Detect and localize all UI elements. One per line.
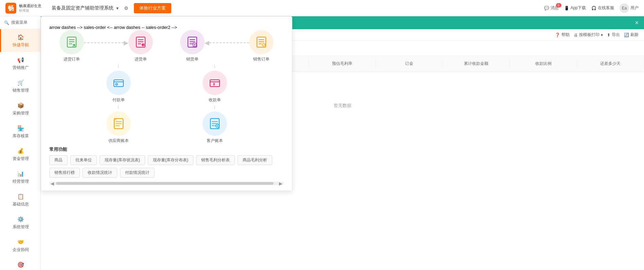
arrow-po-to-pr: ▶: [84, 39, 128, 53]
wf-circle-purchase-receipt: ✓: [128, 30, 153, 54]
search-icon: 🔍: [4, 20, 9, 25]
sales-icon: 🛒: [17, 79, 24, 86]
enterprise-icon: 🤝: [17, 238, 24, 246]
user-avatar-item[interactable]: Ea 用户: [620, 3, 639, 13]
wf-node-purchase-receipt[interactable]: ✓ 进货单: [128, 30, 153, 62]
sidebar-search[interactable]: 🔍 搜索菜单: [0, 16, 40, 29]
operations-icon: 📊: [17, 170, 24, 177]
svg-text:¥: ¥: [213, 83, 215, 86]
headset-icon: 🎧: [591, 6, 596, 11]
sidebar-item-enterprise[interactable]: 🤝 企业协同: [0, 234, 40, 257]
beginner-icon: 🎯: [17, 261, 24, 268]
sidebar-item-sales[interactable]: 🛒 销售管理: [0, 75, 40, 97]
wf-label-receipt: 收款单: [209, 97, 221, 103]
avatar: Ea: [620, 3, 629, 13]
cf-btn-sales-profit[interactable]: 销售毛利分析表: [196, 155, 235, 165]
cf-buttons-row1: 商品 往来单位 现存量(库存状况表) 现存量(库存分布表) 销售毛利分析表 商品…: [49, 155, 284, 165]
cf-btn-goods[interactable]: 商品: [49, 155, 68, 165]
marketing-icon: 📢: [17, 56, 24, 64]
workflow-row1: 进货订单 ▶ ✓: [49, 30, 284, 62]
wf-node-payment[interactable]: ¥ 付款单: [106, 71, 131, 103]
customer-ledger-icon: [208, 117, 221, 130]
wf-circle-purchase-order: [59, 30, 84, 54]
top-header: 畅 畅康通好生意 标准版 装备及固定资产辅助管理系统 ▾ ⚙ 体验行业方案 💬 …: [0, 0, 644, 16]
wf-label-sales-order: 销货单: [186, 56, 198, 62]
wf-circle-sales-order: [180, 30, 205, 54]
cf-btn-inventory-dist[interactable]: 现存量(库存分布表): [148, 155, 193, 165]
svg-text:≡: ≡: [115, 118, 117, 121]
sidebar-item-finance[interactable]: 💰 资金管理: [0, 143, 40, 166]
scroll-left-arrow[interactable]: ◀: [49, 181, 55, 186]
sidebar-item-operations[interactable]: 📊 经营管理: [0, 166, 40, 188]
purchase-order-icon: [65, 36, 78, 49]
sidebar-item-inventory[interactable]: 🏪 库存核算: [0, 120, 40, 143]
logo-text: 畅康通好生意 标准版: [19, 3, 41, 13]
scroll-right-arrow[interactable]: ▶: [278, 181, 284, 186]
wf-node-sales-order[interactable]: 销货单: [180, 30, 205, 62]
app-download-item[interactable]: 📱 App下载: [564, 5, 586, 11]
wf-node-supplier-ledger[interactable]: ≡ 供应商账本: [106, 111, 131, 144]
cf-btn-sales-ranking[interactable]: 销售排行榜: [49, 168, 80, 178]
wf-label-purchase-receipt: 进货单: [135, 56, 147, 62]
wf-label-purchase-order: 进货订单: [64, 56, 80, 62]
cf-btn-inventory-status[interactable]: 现存量(库存状况表): [100, 155, 145, 165]
logo-area: 畅 畅康通好生意 标准版: [5, 3, 46, 14]
workflow-row3: ¥ 付款单 ¥ 收款单: [49, 71, 284, 103]
wf-node-receipt[interactable]: ¥ 收款单: [203, 71, 227, 103]
supplier-ledger-icon: ≡: [112, 117, 125, 130]
sales-order-icon: [186, 36, 199, 49]
sidebar-item-beginner[interactable]: 🎯 新手引导: [0, 257, 40, 270]
sidebar-item-marketing[interactable]: 📢 营销推广: [0, 52, 40, 75]
cf-btn-partners[interactable]: 往来单位: [70, 155, 97, 165]
quick-nav-icon: 🏠: [17, 33, 24, 41]
popup-overlay: arrow dashes --> sales-order <-- arrow d…: [41, 16, 644, 270]
system-title-area: 装备及固定资产辅助管理系统 ▾ ⚙ 体验行业方案: [52, 3, 544, 13]
sales-order2-icon: ⋯: [255, 36, 268, 49]
wf-circle-sales-order2: ⋯: [249, 30, 274, 54]
trial-button[interactable]: 体验行业方案: [134, 3, 171, 13]
phone-icon: 📱: [564, 6, 569, 11]
cf-btn-receipt-stats[interactable]: 收款情况统计: [83, 168, 117, 178]
sidebar-item-system[interactable]: ⚙️ 系统管理: [0, 211, 40, 234]
arrow-so2-to-so: ◀: [205, 39, 249, 53]
scroll-thumb[interactable]: [56, 182, 274, 185]
wf-circle-payment: ¥: [106, 71, 131, 95]
workflow-arrows-row2: ↓ ↓: [49, 62, 284, 69]
system-title-text: 装备及固定资产辅助管理系统: [52, 5, 114, 11]
header-right: 💬 消息 6 📱 App下载 🎧 在线客服 Ea 用户: [544, 3, 639, 13]
sidebar-item-quick-nav[interactable]: 🏠 快捷导航: [0, 29, 40, 52]
svg-text:✓: ✓: [142, 44, 144, 46]
wf-node-customer-ledger[interactable]: 客户账本: [203, 111, 227, 144]
cf-btn-goods-profit[interactable]: 商品毛利分析: [238, 155, 272, 165]
popup-scrollbar[interactable]: ◀ ▶: [49, 182, 284, 185]
inventory-icon: 🏪: [17, 124, 24, 132]
popup-box: arrow dashes --> sales-order <-- arrow d…: [41, 16, 292, 191]
system-dropdown-icon[interactable]: ▾: [116, 5, 119, 11]
sidebar-item-purchase[interactable]: 📦 采购管理: [0, 97, 40, 120]
wf-node-purchase-order[interactable]: 进货订单: [59, 30, 84, 62]
svg-text:⋯: ⋯: [263, 43, 266, 47]
settings-icon[interactable]: ⚙: [124, 5, 128, 11]
svg-rect-24: [114, 80, 123, 87]
wf-circle-customer-ledger: [203, 111, 227, 136]
sidebar-item-basic-info[interactable]: 📋 基础信息: [0, 188, 40, 211]
wf-label-sales-order2: 销售订单: [253, 56, 269, 62]
purchase-receipt-icon: ✓: [134, 36, 147, 49]
wf-label-customer-ledger: 客户账本: [207, 138, 223, 144]
cf-btn-payment-stats[interactable]: 付款情况统计: [120, 168, 155, 178]
message-icon-item[interactable]: 💬 消息 6: [544, 5, 559, 11]
wf-circle-receipt: ¥: [203, 71, 227, 95]
payment-icon: ¥: [112, 76, 125, 89]
message-badge: 6: [556, 3, 561, 7]
online-service-item[interactable]: 🎧 在线客服: [591, 5, 614, 11]
common-functions-section: 常用功能 商品 往来单位 现存量(库存状况表) 现存量(库存分布表) 销售毛利分…: [49, 146, 284, 178]
system-icon: ⚙️: [17, 215, 24, 223]
message-icon: 💬: [544, 6, 549, 11]
receipt-icon: ¥: [208, 76, 221, 89]
workflow-section: arrow dashes --> sales-order <-- arrow d…: [49, 25, 284, 144]
cf-title: 常用功能: [49, 146, 284, 152]
wf-circle-supplier-ledger: ≡: [106, 111, 131, 136]
purchase-icon: 📦: [17, 102, 24, 109]
cf-buttons-row2: 销售排行榜 收款情况统计 付款情况统计: [49, 168, 284, 178]
wf-node-sales-order2[interactable]: ⋯ 销售订单: [249, 30, 274, 62]
